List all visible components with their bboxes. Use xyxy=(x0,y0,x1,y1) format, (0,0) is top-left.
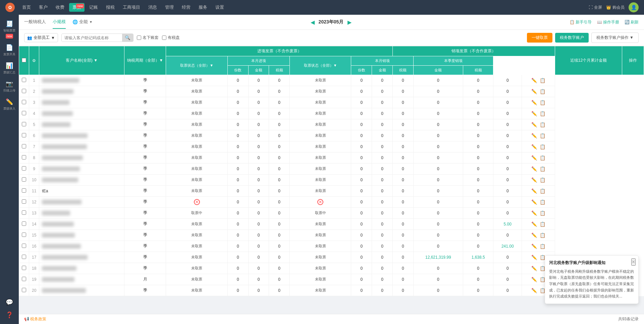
edit-btn[interactable]: ✏️ xyxy=(531,110,538,117)
out-status-error[interactable]: ✕ xyxy=(317,199,323,205)
in-status-error[interactable]: ✕ xyxy=(194,199,200,205)
nav-home[interactable]: 首页 xyxy=(19,3,34,12)
sub-account-checkbox[interactable]: 名下账套 xyxy=(137,35,159,41)
row-check[interactable] xyxy=(19,174,29,185)
row-check[interactable] xyxy=(19,75,29,86)
row-check[interactable] xyxy=(19,241,29,252)
edit-btn[interactable]: ✏️ xyxy=(531,166,538,172)
edit-btn[interactable]: ✏️ xyxy=(531,121,538,128)
row-check[interactable] xyxy=(19,252,29,263)
refresh-btn[interactable]: 🔄 刷新 xyxy=(625,19,639,25)
search-button[interactable]: 🔍 xyxy=(122,34,133,42)
tax-policy-link[interactable]: 📢 税务政策 xyxy=(24,316,46,322)
edit-btn[interactable]: ✏️ xyxy=(531,177,538,183)
employee-select[interactable]: 👥 全部员工 ▼ xyxy=(24,33,58,42)
sidebar-item-issue[interactable]: 📄 发票开具 xyxy=(0,41,19,59)
edit-btn[interactable]: ✏️ xyxy=(531,221,538,228)
row-check[interactable] xyxy=(19,185,29,196)
notification-close-btn[interactable]: × xyxy=(631,258,636,266)
row-check[interactable] xyxy=(19,130,29,141)
row-check[interactable] xyxy=(19,274,29,285)
row-check[interactable] xyxy=(19,152,29,163)
edit-btn[interactable]: ✏️ xyxy=(531,154,538,161)
edit-btn[interactable]: ✏️ xyxy=(531,210,538,216)
tax-account-btn[interactable]: 税务数字账户 xyxy=(555,33,589,43)
select-all-checkbox[interactable] xyxy=(22,58,26,62)
detail-btn[interactable]: 📋 xyxy=(539,166,546,172)
detail-btn[interactable]: 📋 xyxy=(539,77,546,84)
detail-btn[interactable]: 📋 xyxy=(539,121,546,128)
nav-invoice[interactable]: 票据 new xyxy=(69,3,85,12)
detail-btn[interactable]: 📋 xyxy=(539,110,546,117)
row-check[interactable] xyxy=(19,207,29,218)
nav-manage[interactable]: 管理 xyxy=(162,3,177,12)
edit-btn[interactable]: ✏️ xyxy=(531,232,538,239)
detail-btn[interactable]: 📋 xyxy=(539,221,546,228)
nav-accounting[interactable]: 记账 xyxy=(86,3,101,12)
sidebar-item-entry[interactable]: ✏️ 票据录入 xyxy=(0,95,19,114)
detail-btn[interactable]: 📋 xyxy=(539,210,546,216)
row-check[interactable] xyxy=(19,218,29,230)
edit-btn[interactable]: ✏️ xyxy=(531,143,538,150)
tax-ops-btn[interactable]: 税务数字账户操作 ▼ xyxy=(591,33,639,43)
nav-operation[interactable]: 经营 xyxy=(178,3,194,12)
row-check[interactable] xyxy=(19,196,29,207)
row-check[interactable] xyxy=(19,285,29,296)
edit-btn[interactable]: ✏️ xyxy=(531,287,538,294)
nav-customer[interactable]: 客户 xyxy=(36,3,51,12)
user-avatar[interactable]: 👤 xyxy=(629,2,639,12)
row-check[interactable] xyxy=(19,230,29,241)
edit-btn[interactable]: ✏️ xyxy=(531,88,538,95)
detail-btn[interactable]: 📋 xyxy=(539,232,546,239)
row-check[interactable] xyxy=(19,263,29,274)
detail-btn[interactable]: 📋 xyxy=(539,88,546,95)
sidebar-item-help[interactable]: ❓ xyxy=(4,309,14,321)
one-click-btn[interactable]: 一键取票 xyxy=(527,33,552,43)
sidebar-item-chat[interactable]: 💬 xyxy=(4,296,14,309)
row-check[interactable] xyxy=(19,108,29,119)
nav-message[interactable]: 消息 xyxy=(145,3,160,12)
edit-btn[interactable]: ✏️ xyxy=(531,199,538,205)
detail-btn[interactable]: 📋 xyxy=(539,243,546,250)
sidebar-item-smart-invoice[interactable]: 🧾 智能票票 new xyxy=(0,17,19,41)
row-check[interactable] xyxy=(19,141,29,152)
nav-business[interactable]: 工商项目 xyxy=(119,3,144,12)
row-check[interactable] xyxy=(19,97,29,108)
edit-btn[interactable]: ✏️ xyxy=(531,265,538,272)
nav-service[interactable]: 服务 xyxy=(195,3,211,12)
nav-tax[interactable]: 报税 xyxy=(103,3,118,12)
member-btn[interactable]: 👑 购会员 xyxy=(606,5,625,10)
nav-settings[interactable]: 设置 xyxy=(212,3,227,12)
sidebar-item-scan[interactable]: 📷 扫描上传 xyxy=(0,77,19,95)
edit-btn[interactable]: ✏️ xyxy=(531,276,538,283)
tab-general[interactable]: 一般纳税人 xyxy=(24,15,46,29)
tab-all[interactable]: 🌐 全能 ▼ xyxy=(72,15,93,29)
edit-btn[interactable]: ✏️ xyxy=(531,99,538,106)
detail-btn[interactable]: 📋 xyxy=(539,177,546,183)
edit-btn[interactable]: ✏️ xyxy=(531,188,538,194)
tax-disk-checkbox[interactable]: 有税盘 xyxy=(162,35,180,41)
search-input[interactable] xyxy=(62,34,122,42)
nav-billing[interactable]: 收费 xyxy=(52,3,68,12)
period-prev-btn[interactable]: ◀ xyxy=(311,19,315,25)
manual-btn[interactable]: 📖 操作手册 xyxy=(597,19,619,25)
row-check[interactable] xyxy=(19,86,29,97)
new-guide-btn[interactable]: 📋 新手引导 xyxy=(570,19,592,25)
sidebar-item-summary[interactable]: 📊 票据汇总 xyxy=(0,59,19,77)
detail-btn[interactable]: 📋 xyxy=(539,199,546,205)
period-next-btn[interactable]: ▶ xyxy=(347,19,352,25)
row-check[interactable] xyxy=(19,163,29,174)
row-check[interactable] xyxy=(19,119,29,130)
detail-btn[interactable]: 📋 xyxy=(539,143,546,150)
fullscreen-btn[interactable]: ⛶ 全屏 xyxy=(589,5,602,10)
detail-btn[interactable]: 📋 xyxy=(539,154,546,161)
edit-btn[interactable]: ✏️ xyxy=(531,254,538,261)
edit-btn[interactable]: ✏️ xyxy=(531,77,538,84)
detail-btn[interactable]: 📋 xyxy=(539,132,546,139)
detail-btn[interactable]: 📋 xyxy=(539,188,546,194)
row-actions: ✏️ 📋 xyxy=(522,218,555,230)
edit-btn[interactable]: ✏️ xyxy=(531,132,538,139)
edit-btn[interactable]: ✏️ xyxy=(531,243,538,250)
detail-btn[interactable]: 📋 xyxy=(539,99,546,106)
tab-small[interactable]: 小规模 xyxy=(53,15,66,29)
